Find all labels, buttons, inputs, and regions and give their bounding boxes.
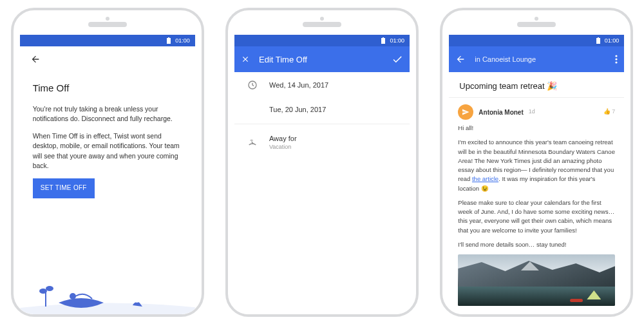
post-image[interactable] (458, 254, 615, 306)
avatar[interactable] (458, 104, 473, 120)
post-body-2: Please make sure to clear your calendars… (458, 198, 615, 235)
appbar-title: Edit Time Off (259, 55, 392, 64)
svg-point-11 (616, 55, 618, 57)
article-link[interactable]: the article (472, 175, 498, 182)
start-date-row[interactable]: Wed, 14 Jun, 2017 (234, 72, 410, 98)
start-date-value: Wed, 14 Jun, 2017 (269, 81, 328, 89)
status-time: 01:00 (605, 37, 620, 44)
vacation-icon (247, 137, 258, 147)
status-bar: 01:00 (20, 35, 195, 46)
confirm-icon[interactable] (392, 53, 403, 65)
battery-icon (381, 37, 386, 44)
status-bar: 01:00 (449, 35, 624, 46)
thread-title: Upcoming team retreat 🎉 (449, 72, 624, 97)
phone-time-off-intro: 01:00 Time Off You're not truly taking a… (11, 8, 204, 317)
intro-paragraph-2: When Time Off is in effect, Twist wont s… (33, 131, 182, 171)
set-time-off-button[interactable]: SET TIME OFF (33, 178, 95, 198)
phone-edit-time-off: 01:00 Edit Time Off Wed, 14 Jun, 2017 Tu… (225, 8, 419, 317)
svg-point-5 (46, 286, 53, 291)
post-line-greeting: Hi all! (458, 124, 615, 133)
breadcrumb[interactable]: in Canoeist Lounge (475, 55, 615, 63)
away-for-label: Away for (269, 135, 297, 142)
app-bar: in Canoeist Lounge (449, 46, 624, 72)
close-icon[interactable] (241, 55, 250, 64)
battery-icon (596, 37, 601, 44)
end-date-row[interactable]: Tue, 20 Jun, 2017 (234, 98, 410, 121)
page-title: Time Off (33, 81, 182, 95)
post-author[interactable]: Antonia Monet (478, 108, 523, 117)
svg-point-2 (70, 293, 76, 299)
svg-rect-1 (168, 37, 169, 38)
status-bar: 01:00 (234, 35, 410, 46)
reaction-count[interactable]: 👍 7 (603, 108, 616, 117)
post-body-3: I'll send more details soon… stay tuned! (458, 240, 615, 249)
svg-rect-7 (383, 37, 384, 38)
clock-icon (247, 80, 258, 90)
app-bar: Edit Time Off (234, 46, 410, 72)
svg-point-12 (616, 58, 618, 60)
post-body-1: I'm excited to announce this year's team… (458, 138, 615, 193)
status-time: 01:00 (175, 37, 190, 44)
status-time: 01:00 (390, 37, 404, 44)
svg-rect-10 (598, 37, 599, 38)
svg-point-4 (39, 289, 47, 294)
post: Antonia Monet 1d 👍 7 Hi all! I'm excited… (449, 104, 624, 306)
away-for-row[interactable]: Away for Vacation (234, 127, 410, 158)
phone-thread-view: 01:00 in Canoeist Lounge Upcoming team r… (440, 8, 633, 317)
intro-paragraph-1: You're not truly taking a break unless y… (33, 104, 182, 124)
overflow-menu-icon[interactable] (615, 55, 618, 64)
svg-rect-0 (167, 38, 171, 44)
svg-rect-6 (381, 38, 385, 44)
end-date-value: Tue, 20 Jun, 2017 (269, 106, 326, 113)
relaxing-illustration (20, 263, 195, 314)
back-icon[interactable] (30, 54, 41, 64)
battery-icon (166, 37, 171, 44)
send-icon (462, 108, 469, 116)
svg-point-13 (616, 61, 618, 63)
svg-rect-9 (596, 38, 600, 44)
away-for-value: Vacation (269, 144, 297, 150)
back-icon[interactable] (455, 54, 466, 64)
post-age: 1d (529, 108, 535, 117)
